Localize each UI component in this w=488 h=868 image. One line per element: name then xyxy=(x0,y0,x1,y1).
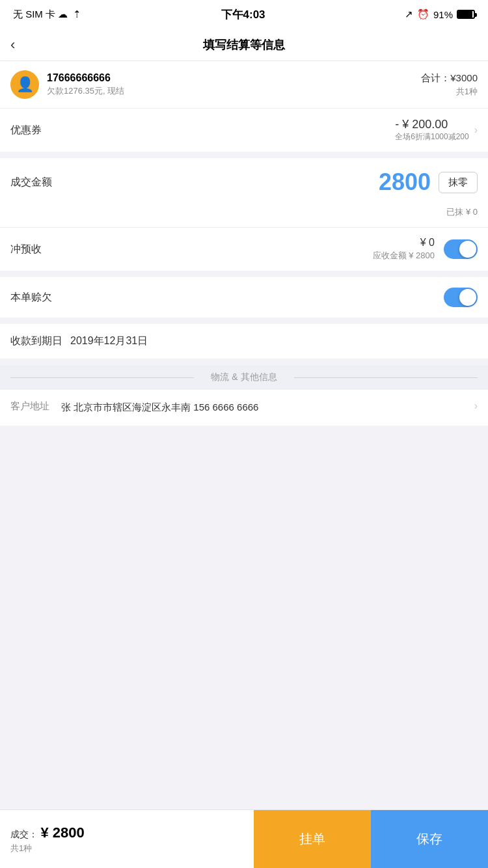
avatar-icon: 👤 xyxy=(16,76,34,93)
prepay-row: 冲预收 ¥ 0 应收金额 ¥ 2800 xyxy=(0,227,488,271)
footer-total-label: 成交： xyxy=(10,829,38,839)
user-row: 👤 17666666666 欠款1276.35元, 现结 合计：¥3000 共1… xyxy=(0,61,488,108)
footer-total-value: ¥ 2800 xyxy=(40,824,84,841)
debt-toggle-knob xyxy=(459,289,476,306)
footer-info: 成交： ¥ 2800 共1种 xyxy=(0,824,254,854)
footer-sub: 共1种 xyxy=(10,843,243,854)
amount-label: 成交金额 xyxy=(10,176,52,189)
round-button[interactable]: 抹零 xyxy=(439,172,478,193)
footer-total-line: 成交： ¥ 2800 xyxy=(10,824,243,841)
section-divider: 物流 & 其他信息 xyxy=(0,365,488,390)
debt-section: 本单赊欠 xyxy=(0,277,488,318)
user-count: 共1种 xyxy=(421,86,478,98)
hang-button[interactable]: 挂单 xyxy=(254,810,371,869)
duedate-value: 2019年12月31日 xyxy=(70,334,148,348)
avatar: 👤 xyxy=(10,70,39,99)
duedate-label: 收款到期日 xyxy=(10,334,62,348)
user-total: 合计：¥3000 xyxy=(421,72,478,85)
amount-sub: 已抹 ¥ 0 xyxy=(0,206,488,227)
status-right: ↗ ⏰ 91% xyxy=(405,8,475,20)
address-chevron-icon: › xyxy=(474,400,478,412)
section-divider-text: 物流 & 其他信息 xyxy=(211,372,277,383)
nav-bar: ‹ 填写结算等信息 xyxy=(0,29,488,61)
status-left: 无 SIM 卡 ☁ ⇡ xyxy=(13,8,81,21)
back-button[interactable]: ‹ xyxy=(10,36,15,53)
footer: 成交： ¥ 2800 共1种 挂单 保存 xyxy=(0,809,488,868)
save-button[interactable]: 保存 xyxy=(371,810,488,869)
alarm-icon: ⏰ xyxy=(417,8,429,20)
toggle-knob xyxy=(459,241,476,258)
amount-value-block: 2800 抹零 xyxy=(379,169,478,196)
coupon-desc: 全场6折满1000减200 xyxy=(395,131,468,142)
user-right: 合计：¥3000 共1种 xyxy=(421,72,478,98)
coupon-discount: - ¥ 200.00 xyxy=(395,118,468,131)
amount-section: 成交金额 2800 抹零 已抹 ¥ 0 冲预收 ¥ 0 应收金额 ¥ 2800 xyxy=(0,158,488,271)
status-bar: 无 SIM 卡 ☁ ⇡ 下午4:03 ↗ ⏰ 91% xyxy=(0,0,488,29)
user-sub: 欠款1276.35元, 现结 xyxy=(47,85,124,97)
coupon-chevron-icon: › xyxy=(474,124,478,136)
amount-row: 成交金额 2800 抹零 xyxy=(0,158,488,206)
user-phone: 17666666666 xyxy=(47,72,124,84)
duedate-section: 收款到期日 2019年12月31日 xyxy=(0,324,488,359)
prepay-label: 冲预收 xyxy=(10,243,42,256)
prepay-right: ¥ 0 应收金额 ¥ 2800 xyxy=(373,237,478,262)
bottom-gray-area xyxy=(0,432,488,510)
divider-line-right xyxy=(294,377,478,378)
battery-icon xyxy=(457,10,475,19)
user-info: 17666666666 欠款1276.35元, 现结 xyxy=(47,72,124,97)
prepay-values: ¥ 0 应收金额 ¥ 2800 xyxy=(373,237,435,262)
coupon-label: 优惠券 xyxy=(10,124,42,137)
user-coupon-section: 👤 17666666666 欠款1276.35元, 现结 合计：¥3000 共1… xyxy=(0,61,488,152)
debt-toggle[interactable] xyxy=(444,288,478,307)
address-label: 客户地址 xyxy=(10,400,56,413)
page-title: 填写结算等信息 xyxy=(203,37,285,53)
amount-value: 2800 xyxy=(379,169,431,196)
content: 👤 17666666666 欠款1276.35元, 现结 合计：¥3000 共1… xyxy=(0,61,488,569)
address-section[interactable]: 客户地址 张 北京市市辖区海淀区永丰南 156 6666 6666 › xyxy=(0,390,488,426)
wifi-icon: ⇡ xyxy=(73,8,81,20)
coupon-right: - ¥ 200.00 全场6折满1000减200 › xyxy=(395,118,478,142)
prepay-toggle[interactable] xyxy=(444,239,478,259)
user-left: 👤 17666666666 欠款1276.35元, 现结 xyxy=(10,70,124,99)
debt-label: 本单赊欠 xyxy=(10,291,52,305)
sim-label: 无 SIM 卡 ☁ xyxy=(13,8,68,21)
status-time: 下午4:03 xyxy=(221,7,265,22)
coupon-row[interactable]: 优惠券 - ¥ 200.00 全场6折满1000减200 › xyxy=(0,108,488,152)
prepay-amount: ¥ 0 xyxy=(373,237,435,249)
battery-percent: 91% xyxy=(433,9,453,20)
divider-line-left xyxy=(10,377,194,378)
location-icon: ↗ xyxy=(405,8,413,20)
duedate-row: 收款到期日 2019年12月31日 xyxy=(10,334,478,348)
address-value: 张 北京市市辖区海淀区永丰南 156 6666 6666 xyxy=(61,400,474,415)
prepay-receivable: 应收金额 ¥ 2800 xyxy=(373,250,435,262)
